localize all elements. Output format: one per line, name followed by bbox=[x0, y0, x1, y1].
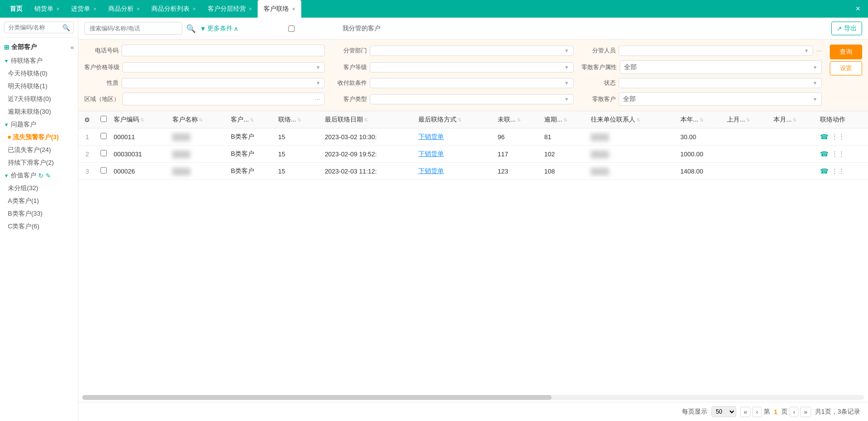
filter-dept-label: 分管部门 bbox=[333, 47, 367, 55]
last-date-sort-icon[interactable]: ⇅ bbox=[364, 117, 368, 123]
filter-sparse-attr-select[interactable]: 全部 ▼ bbox=[620, 60, 822, 74]
more-conditions-button[interactable]: ▼ 更多条件 ∧ bbox=[200, 24, 239, 33]
code-sort-icon[interactable]: ⇅ bbox=[140, 117, 144, 123]
last-method-sort-icon[interactable]: ⇅ bbox=[458, 117, 461, 123]
sidebar-section-problem[interactable]: ▼ 问题客户 bbox=[0, 118, 78, 131]
sidebar-item-hold-down[interactable]: 持续下滑客户(2) bbox=[0, 156, 78, 169]
col-settings[interactable]: ⚙ bbox=[78, 111, 96, 128]
overdue-sort-icon[interactable]: ⇅ bbox=[563, 117, 567, 123]
filter-dept-select[interactable]: ▼ bbox=[370, 46, 573, 56]
row-last-date-2: 2023-02-03 11:12: bbox=[322, 163, 415, 180]
col-this-month: 本月...⇅ bbox=[771, 111, 817, 128]
sidebar-all-customers[interactable]: ⊞ 全部客户 « bbox=[0, 40, 78, 54]
filter-manager-select[interactable]: ▼ bbox=[619, 46, 814, 56]
contact-action-icon-2[interactable]: ☎ bbox=[820, 167, 828, 175]
tab-home[interactable]: 首页 bbox=[4, 0, 28, 18]
tab-customer-contact[interactable]: 客户联络 × bbox=[258, 0, 301, 18]
filter-nature-select[interactable]: ▼ bbox=[121, 78, 325, 88]
sidebar-item-already-lost[interactable]: 已流失客户(24) bbox=[0, 144, 78, 156]
sidebar-item-class-a[interactable]: A类客户(1) bbox=[0, 195, 78, 207]
row-contact-1: 15 bbox=[275, 146, 322, 163]
row-overdue-2: 108 bbox=[541, 163, 588, 180]
select-all-checkbox[interactable] bbox=[100, 116, 107, 122]
my-customers-checkbox[interactable] bbox=[242, 25, 340, 32]
contact-sort-icon[interactable]: ⇅ bbox=[297, 117, 301, 123]
sidebar-item-overdue-contact[interactable]: 逾期未联络(30) bbox=[0, 105, 78, 118]
search-input[interactable] bbox=[84, 22, 182, 35]
row-unit-contact-1: ████... bbox=[588, 146, 677, 163]
query-button[interactable]: 查询 bbox=[830, 45, 862, 59]
sidebar-section-valuable[interactable]: ▼ 价值客户 ↻ ✎ bbox=[0, 169, 78, 182]
filter-customer-level-select[interactable]: ▼ bbox=[370, 62, 573, 73]
this-month-sort-icon[interactable]: ⇅ bbox=[793, 117, 796, 123]
filter-region-select[interactable]: ··· bbox=[122, 93, 325, 105]
tab-sales-close[interactable]: × bbox=[56, 6, 59, 12]
col-last-contact-date: 最后联络日期⇅ bbox=[322, 111, 415, 128]
sidebar-item-class-b[interactable]: B类客户(33) bbox=[0, 207, 78, 220]
last-month-sort-icon[interactable]: ⇅ bbox=[746, 117, 750, 123]
filter-sparse-customer-select[interactable]: 全部 ▼ bbox=[619, 92, 822, 106]
search-button[interactable]: 🔍 bbox=[186, 24, 196, 33]
row-last-method-1[interactable]: 下销货单 bbox=[415, 146, 495, 163]
row-last-method-0[interactable]: 下销货单 bbox=[415, 128, 495, 146]
row-checkbox-2[interactable] bbox=[96, 163, 111, 180]
tab-sales[interactable]: 销货单 × bbox=[28, 0, 65, 18]
tab-purchase-label: 进货单 bbox=[71, 4, 90, 13]
filter-status-select[interactable]: ▼ bbox=[619, 78, 822, 88]
manager-more-icon[interactable]: ··· bbox=[816, 47, 822, 54]
uncontacted-sort-icon[interactable]: ⇅ bbox=[517, 117, 521, 123]
filter-customer-type-select[interactable]: ▼ bbox=[370, 94, 573, 104]
pending-section-label: 待联络客户 bbox=[11, 56, 43, 65]
sidebar-item-lost-predicted[interactable]: 流失预警客户(3) bbox=[0, 131, 78, 144]
sidebar-item-today[interactable]: 今天待联络(0) bbox=[0, 67, 78, 80]
sidebar-item-week[interactable]: 近7天待联络(0) bbox=[0, 93, 78, 105]
per-page-select[interactable]: 50 100 200 bbox=[711, 406, 736, 417]
close-all-tabs[interactable]: × bbox=[852, 4, 864, 13]
contact-action-icon-0[interactable]: ☎ bbox=[820, 133, 828, 141]
col-contact: 联络...⇅ bbox=[275, 111, 322, 128]
last-page-btn[interactable]: » bbox=[800, 407, 811, 417]
per-page-label: 每页显示 bbox=[682, 407, 707, 416]
filter-price-level-select[interactable]: ▼ bbox=[122, 62, 325, 73]
filter-payment-select[interactable]: ▼ bbox=[370, 78, 573, 88]
sidebar-item-unclassified[interactable]: 未分组(32) bbox=[0, 182, 78, 195]
prev-page-btn[interactable]: ‹ bbox=[752, 407, 761, 417]
type-sort-icon[interactable]: ⇅ bbox=[250, 117, 254, 123]
tab-customer-contact-close[interactable]: × bbox=[292, 6, 295, 12]
tab-customer-segment-close[interactable]: × bbox=[249, 6, 252, 12]
tab-sales-label: 销货单 bbox=[34, 4, 53, 13]
sidebar-item-class-c[interactable]: C类客户(6) bbox=[0, 220, 78, 233]
this-year-sort-icon[interactable]: ⇅ bbox=[699, 117, 703, 123]
unit-contact-sort-icon[interactable]: ⇅ bbox=[636, 117, 640, 123]
settings-button[interactable]: 设置 bbox=[830, 61, 862, 75]
tab-product-analysis[interactable]: 商品分析 × bbox=[102, 0, 145, 18]
first-page-btn[interactable]: « bbox=[740, 407, 750, 417]
region-more-icon[interactable]: ··· bbox=[315, 95, 321, 103]
tab-product-analysis-close[interactable]: × bbox=[137, 6, 140, 12]
tab-purchase[interactable]: 进货单 × bbox=[65, 0, 102, 18]
row-last-month-2 bbox=[724, 163, 771, 180]
contact-action-icon-1[interactable]: ☎ bbox=[820, 150, 828, 158]
all-customers-label: 全部客户 bbox=[11, 43, 37, 51]
next-page-btn[interactable]: › bbox=[790, 407, 798, 417]
tab-customer-segment[interactable]: 客户分层经营 × bbox=[202, 0, 258, 18]
export-button[interactable]: ↗ 导出 bbox=[831, 22, 862, 35]
more-action-icon-0[interactable]: ⋮⋮ bbox=[831, 133, 845, 141]
more-action-icon-2[interactable]: ⋮⋮ bbox=[831, 167, 845, 175]
horizontal-scrollbar[interactable] bbox=[82, 395, 864, 400]
sidebar-collapse-icon[interactable]: « bbox=[71, 44, 74, 51]
more-action-icon-1[interactable]: ⋮⋮ bbox=[831, 150, 845, 158]
sidebar-item-tomorrow[interactable]: 明天待联络(1) bbox=[0, 80, 78, 93]
valuable-edit-icon[interactable]: ✎ bbox=[46, 172, 51, 179]
name-sort-icon[interactable]: ⇅ bbox=[199, 117, 203, 123]
row-last-method-2[interactable]: 下销货单 bbox=[415, 163, 495, 180]
tab-product-list[interactable]: 商品分析列表 × bbox=[145, 0, 201, 18]
tab-purchase-close[interactable]: × bbox=[93, 6, 96, 12]
filter-phone-input[interactable] bbox=[121, 45, 325, 56]
tab-product-list-close[interactable]: × bbox=[193, 6, 195, 12]
sidebar-section-pending[interactable]: ▼ 待联络客户 bbox=[0, 54, 78, 67]
row-checkbox-0[interactable] bbox=[96, 128, 111, 146]
my-customers-filter[interactable]: 我分管的客户 bbox=[242, 24, 381, 33]
row-checkbox-1[interactable] bbox=[96, 146, 111, 163]
valuable-refresh-icon[interactable]: ↻ bbox=[38, 172, 44, 179]
